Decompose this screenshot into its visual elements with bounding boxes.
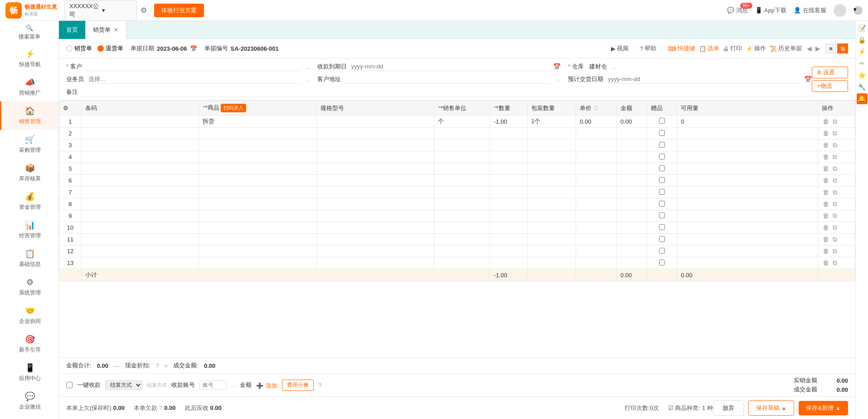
barcode-cell[interactable] — [81, 187, 199, 198]
unit-cell[interactable] — [434, 222, 490, 234]
customer-dots[interactable]: ... — [305, 63, 310, 70]
account-input[interactable] — [199, 380, 227, 390]
gift-cell[interactable] — [647, 234, 677, 246]
qty-cell[interactable] — [490, 198, 528, 210]
spec-cell[interactable] — [316, 234, 434, 246]
right-tool-edit[interactable]: ✏ — [857, 58, 868, 69]
copy-row-button[interactable]: ⧉ — [832, 130, 838, 137]
qty-cell[interactable] — [490, 246, 528, 257]
sidebar-item-quick-nav[interactable]: ⚡ 快捷导航 — [0, 44, 58, 73]
unit-cell[interactable] — [434, 210, 490, 222]
qty-cell[interactable] — [490, 257, 528, 269]
delete-row-button[interactable]: 🗑 — [822, 224, 830, 231]
amount-cell[interactable] — [616, 234, 647, 246]
product-cell[interactable] — [199, 163, 317, 175]
qty-cell[interactable] — [490, 175, 528, 187]
gift-cell[interactable] — [647, 222, 677, 234]
delete-row-button[interactable]: 🗑 — [822, 177, 830, 184]
product-cell[interactable] — [199, 234, 317, 246]
unit-cell[interactable] — [434, 151, 490, 163]
remark-input[interactable] — [81, 87, 812, 96]
expense-split-button[interactable]: 费用分摊 — [282, 380, 314, 391]
discount-help-icon[interactable]: ? — [156, 362, 159, 369]
amount-cell[interactable] — [616, 187, 647, 198]
sidebar-item-member[interactable]: ♦ 畅会员 — [0, 415, 58, 419]
product-cell[interactable]: 拆货 — [199, 116, 317, 128]
gift-cell[interactable] — [647, 198, 677, 210]
tab-close-icon[interactable]: ✕ — [113, 26, 119, 34]
logistics-side-button[interactable]: +物流 — [812, 80, 848, 92]
price-cell[interactable] — [576, 210, 617, 222]
barcode-cell[interactable] — [81, 140, 199, 151]
template-button[interactable]: 📋 选单 — [699, 44, 719, 53]
product-cell[interactable] — [199, 222, 317, 234]
price-cell[interactable] — [576, 257, 617, 269]
save-new-button[interactable]: 保存&新增 ▲ — [799, 401, 848, 415]
copy-row-button[interactable]: ⧉ — [832, 141, 838, 149]
shortcut-button[interactable]: ⌨ 快捷键 — [668, 44, 695, 53]
view-grid-button[interactable]: ⊞ — [837, 43, 848, 53]
copy-row-button[interactable]: ⧉ — [832, 153, 838, 161]
unit-cell[interactable] — [434, 163, 490, 175]
right-tool-lock[interactable]: 🔒 — [857, 34, 868, 45]
tab-home[interactable]: 首页 — [59, 21, 86, 39]
product-cell[interactable] — [199, 151, 317, 163]
qty-cell[interactable] — [490, 163, 528, 175]
right-tool-note[interactable]: 📝 — [857, 23, 868, 34]
delete-row-button[interactable]: 🗑 — [822, 141, 830, 149]
trial-button[interactable]: 体验行业方案 — [154, 4, 204, 17]
customer-address-input[interactable] — [344, 75, 552, 84]
amount-cell[interactable] — [616, 246, 647, 257]
sidebar-item-sales[interactable]: 🏠 销售管理 — [0, 101, 58, 130]
prev-arrow[interactable]: ◀ — [805, 45, 813, 52]
sidebar-item-basics[interactable]: 📋 基础信息 — [0, 244, 58, 273]
right-tool-alert[interactable]: 🔔 — [857, 93, 868, 104]
unit-cell[interactable] — [434, 257, 490, 269]
save-draft-button[interactable]: 保存草稿 ▲ — [748, 400, 795, 416]
copy-row-button[interactable]: ⧉ — [832, 177, 838, 184]
unit-cell[interactable] — [434, 187, 490, 198]
qty-cell[interactable]: -1.00 — [490, 116, 528, 128]
spec-cell[interactable] — [316, 198, 434, 210]
settings-gear-button[interactable]: ⚙ — [137, 4, 150, 17]
qty-cell[interactable] — [490, 187, 528, 198]
debt-help-icon[interactable]: ? — [159, 405, 162, 411]
spec-cell[interactable] — [316, 163, 434, 175]
barcode-cell[interactable] — [81, 163, 199, 175]
help-button[interactable]: ? 帮助 — [640, 44, 656, 53]
radio-return-order[interactable]: 退货单 — [97, 44, 123, 53]
gift-cell[interactable] — [647, 116, 677, 128]
sidebar-item-purchase[interactable]: 🛒 采购管理 — [0, 130, 58, 159]
spec-cell[interactable] — [316, 210, 434, 222]
avatar[interactable] — [834, 4, 846, 17]
expected-date-input[interactable] — [606, 75, 801, 84]
app-download-button[interactable]: 📱 App下载 — [755, 6, 786, 14]
qty-cell[interactable] — [490, 234, 528, 246]
amount-cell[interactable] — [616, 163, 647, 175]
qty-cell[interactable] — [490, 151, 528, 163]
price-cell[interactable] — [576, 198, 617, 210]
gift-cell[interactable] — [647, 151, 677, 163]
delete-row-button[interactable]: 🗑 — [822, 153, 830, 160]
product-cell[interactable] — [199, 210, 317, 222]
expected-date-calendar-icon[interactable]: 📅 — [804, 76, 812, 83]
radio-sales-order[interactable]: 销货单 — [66, 44, 92, 53]
gift-cell[interactable] — [647, 128, 677, 140]
product-cell[interactable] — [199, 257, 317, 269]
gift-cell[interactable] — [647, 175, 677, 187]
due-date-input[interactable] — [349, 62, 551, 71]
sidebar-search-item[interactable]: 🔍 搜索菜单 — [0, 21, 58, 44]
discard-button[interactable]: 放弃 — [713, 400, 744, 416]
calendar-icon[interactable]: 📅 — [190, 45, 197, 52]
barcode-cell[interactable] — [81, 222, 199, 234]
qty-cell[interactable] — [490, 222, 528, 234]
barcode-cell[interactable] — [81, 151, 199, 163]
gift-cell[interactable] — [647, 210, 677, 222]
delete-row-button[interactable]: 🗑 — [822, 118, 830, 125]
spec-cell[interactable] — [316, 116, 434, 128]
col-setting-header[interactable]: ⚙ — [59, 101, 82, 116]
copy-row-button[interactable]: ⧉ — [832, 236, 838, 243]
delete-row-button[interactable]: 🗑 — [822, 200, 830, 207]
barcode-cell[interactable] — [81, 210, 199, 222]
product-cell[interactable] — [199, 198, 317, 210]
